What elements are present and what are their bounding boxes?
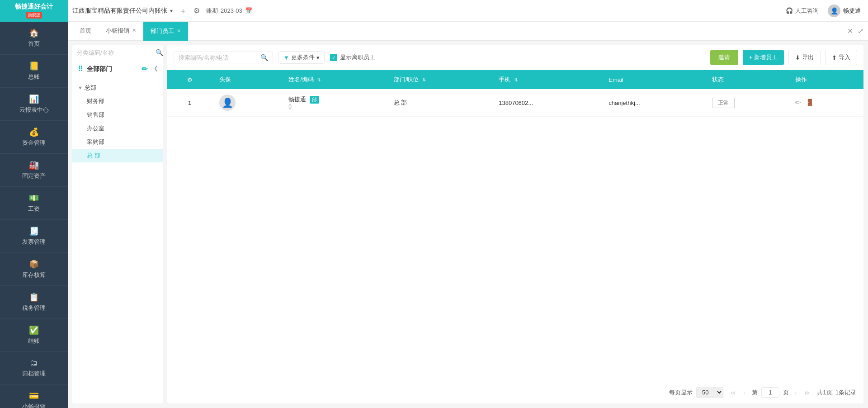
sidebar-item-inventory[interactable]: 📦 库存核算 (0, 253, 68, 286)
pagination: 每页显示 50 100 200 ⏮ ‹ 第 页 › ⏭ 共1页, 1条记录 (167, 381, 863, 403)
top-bar-right: 🎧 人工咨询 👤 畅捷通 (786, 5, 861, 17)
delete-employee-icon[interactable]: 🚪 (806, 99, 814, 107)
sidebar-item-label: 归档管理 (22, 370, 46, 378)
sidebar-item-assets[interactable]: 🏭 固定资产 (0, 154, 68, 187)
sidebar-item-label: 云报表中心 (19, 106, 49, 114)
next-page-button[interactable]: › (793, 388, 799, 397)
dept-item-sales[interactable]: 销售部 (72, 108, 163, 122)
show-resigned-toggle[interactable]: ✓ 显示离职员工 (330, 53, 375, 62)
invite-button[interactable]: 邀请 (710, 50, 738, 65)
minimize-tab-button[interactable]: ✕ (847, 27, 853, 35)
export-button[interactable]: ⬇ 导出 (788, 50, 821, 65)
sidebar-item-expense[interactable]: 💳 小畅报销 (0, 384, 68, 408)
tab-expense[interactable]: 小畅报销 ✕ (99, 22, 143, 41)
page-number-input[interactable] (761, 387, 779, 398)
last-page-button[interactable]: ⏭ (802, 388, 813, 397)
invoice-icon: 🧾 (29, 226, 39, 236)
sidebar-item-close[interactable]: ✅ 结账 (0, 319, 68, 352)
collapse-panel-icon[interactable]: 《 (151, 65, 157, 73)
tab-actions: ✕ ⤢ (847, 27, 863, 35)
sidebar-item-label: 工资 (28, 205, 40, 213)
col-name-code[interactable]: 姓名/编码 ⇅ (281, 70, 387, 89)
page-content: 🔍 ⠿ 全部部门 ✏ 《 ▼ 总部 财务部 销售部 办公室 采购部 (68, 41, 868, 408)
close-expense-tab-icon[interactable]: ✕ (132, 28, 136, 33)
sidebar-item-funds[interactable]: 💰 资金管理 (0, 121, 68, 154)
prev-page-button[interactable]: ‹ (741, 388, 748, 397)
show-resigned-checkbox[interactable]: ✓ (330, 54, 337, 61)
sidebar: 🏠 首页 📒 总账 📊 云报表中心 💰 资金管理 🏭 固定资产 💵 工资 🧾 发… (0, 22, 68, 408)
dept-item-purchase[interactable]: 采购部 (72, 135, 163, 149)
dept-search-area: 🔍 (72, 45, 163, 60)
expand-tab-button[interactable]: ⤢ (858, 27, 863, 35)
sidebar-item-label: 首页 (28, 40, 40, 48)
funds-icon: 💰 (29, 127, 39, 137)
close-employees-tab-icon[interactable]: ✕ (177, 28, 181, 34)
dept-search-icon[interactable]: 🔍 (156, 49, 163, 56)
page-label: 页 (783, 389, 789, 397)
dept-panel: 🔍 ⠿ 全部部门 ✏ 《 ▼ 总部 财务部 销售部 办公室 采购部 (72, 45, 163, 403)
employee-search-icon[interactable]: 🔍 (260, 54, 268, 61)
dept-item-office[interactable]: 办公室 (72, 122, 163, 135)
col-dept-position[interactable]: 部门/职位 ⇅ (387, 70, 492, 89)
export-label: 导出 (802, 53, 814, 62)
col-avatar: 头像 (212, 70, 281, 89)
support-label: 人工咨询 (795, 7, 819, 15)
first-page-button[interactable]: ⏮ (727, 388, 738, 397)
period-selector[interactable]: 账期 2023-03 📅 (206, 7, 252, 15)
dept-item-finance[interactable]: 财务部 (72, 95, 163, 108)
settings-icon[interactable]: ⚙ (193, 6, 200, 15)
import-button[interactable]: ⬆ 导入 (825, 50, 857, 65)
dept-list: ▼ 总部 财务部 销售部 办公室 采购部 总 部 (72, 78, 163, 403)
add-company-button[interactable]: ＋ (179, 5, 187, 16)
sidebar-item-salary[interactable]: 💵 工资 (0, 187, 68, 220)
sidebar-item-label: 结账 (28, 337, 40, 345)
user-menu[interactable]: 👤 畅捷通 (828, 5, 861, 17)
cell-avatar: 👤 (212, 89, 281, 117)
employee-panel: 🔍 ▼ 更多条件 ▾ ✓ 显示离职员工 邀请 + 新增员工 (167, 45, 863, 403)
top-bar: 畅捷通好会计 旗舰版 江西服宝精品有限责任公司内账张 ▾ ＋ ⚙ 账期 2023… (0, 0, 868, 22)
sidebar-item-label: 库存核算 (22, 271, 46, 279)
col-phone[interactable]: 手机 ⇅ (491, 70, 601, 89)
sort-dept-icon: ⇅ (422, 77, 426, 82)
user-name: 畅捷通 (843, 7, 861, 15)
sidebar-item-label: 小畅报销 (22, 403, 46, 408)
export-icon: ⬇ (795, 54, 800, 61)
sidebar-item-invoice[interactable]: 🧾 发票管理 (0, 220, 68, 253)
sidebar-item-tax[interactable]: 📋 税务管理 (0, 286, 68, 319)
sidebar-item-archive[interactable]: 🗂 归档管理 (0, 352, 68, 384)
tab-home[interactable]: 首页 (72, 22, 99, 41)
logo-version: 旗舰版 (26, 12, 42, 19)
import-label: 导入 (839, 53, 850, 62)
dept-search-input[interactable] (77, 49, 153, 56)
tab-expense-label: 小畅报销 (106, 27, 129, 35)
close-period-icon: ✅ (29, 325, 39, 335)
dept-group-root[interactable]: ▼ 总部 (72, 81, 163, 95)
sidebar-item-ledger[interactable]: 📒 总账 (0, 55, 68, 88)
avatar: 👤 (219, 95, 236, 111)
edit-employee-icon[interactable]: ✏ (795, 99, 801, 107)
edit-dept-icon[interactable]: ✏ (142, 65, 147, 73)
support-button[interactable]: 🎧 人工咨询 (786, 7, 819, 15)
more-filter-button[interactable]: ▼ 更多条件 ▾ (278, 51, 325, 64)
dept-item-general[interactable]: 总 部 (72, 149, 163, 162)
dept-badge: 部 (310, 96, 319, 104)
total-records: 共1页, 1条记录 (817, 389, 856, 397)
action-icons: ✏ 🚪 (795, 99, 856, 107)
sort-name-icon: ⇅ (317, 77, 321, 82)
archive-icon: 🗂 (30, 358, 38, 368)
page-size-select[interactable]: 50 100 200 (696, 387, 723, 398)
sidebar-item-reports[interactable]: 📊 云报表中心 (0, 88, 68, 121)
show-resigned-label: 显示离职员工 (340, 53, 375, 62)
company-selector[interactable]: 江西服宝精品有限责任公司内账张 ▾ (72, 7, 173, 15)
tab-employees-label: 部门员工 (151, 27, 174, 35)
sort-phone-icon: ⇅ (514, 77, 518, 82)
employee-name: 畅捷通 (288, 95, 306, 104)
sidebar-item-label: 资金管理 (22, 139, 46, 147)
tab-employees[interactable]: 部门员工 ✕ (143, 22, 188, 41)
add-employee-button[interactable]: + 新增员工 (743, 50, 784, 65)
employee-search-input[interactable] (179, 54, 258, 61)
grid-icon: ⠿ (78, 65, 83, 73)
sidebar-item-home[interactable]: 🏠 首页 (0, 22, 68, 55)
col-settings-icon[interactable]: ⚙ (187, 76, 193, 83)
all-dept-label: 全部部门 (87, 65, 112, 73)
